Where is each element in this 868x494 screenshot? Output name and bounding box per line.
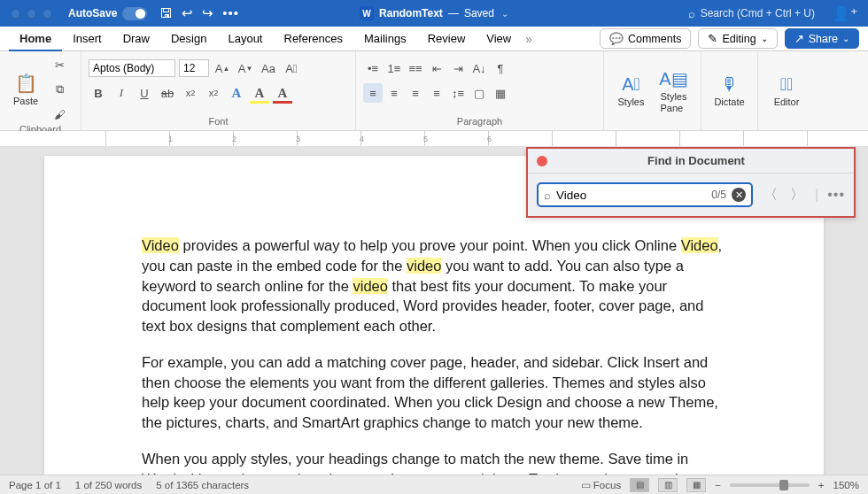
search-icon: ⌕	[544, 189, 551, 202]
print-layout-icon[interactable]: ▤	[630, 478, 649, 492]
find-prev-icon[interactable]: 〈	[762, 186, 779, 205]
window-controls[interactable]	[0, 9, 52, 19]
shading-icon[interactable]: ▢	[469, 83, 489, 103]
status-bar: Page 1 of 1 1 of 250 words 5 of 1365 cha…	[0, 475, 868, 494]
document-area[interactable]: Video provides a powerful way to help yo…	[0, 147, 868, 475]
shrink-font-icon[interactable]: A▼	[236, 58, 255, 78]
comments-button[interactable]: 💬Comments	[600, 28, 691, 49]
zoom-in-icon[interactable]: +	[818, 480, 825, 490]
styles-icon: A⃞	[622, 74, 640, 95]
zoom-slider[interactable]	[730, 483, 810, 487]
tab-insert[interactable]: Insert	[62, 27, 112, 51]
paste-button[interactable]: 📋Paste	[7, 73, 44, 106]
close-window-icon[interactable]	[11, 9, 20, 19]
zoom-out-icon[interactable]: −	[715, 480, 721, 490]
justify-icon[interactable]: ≡	[427, 83, 446, 103]
document-title[interactable]: W RandomText — Saved ⌄	[360, 6, 508, 20]
find-close-icon[interactable]	[537, 156, 547, 166]
editing-mode-button[interactable]: ✎Editing⌄	[698, 28, 777, 49]
tab-review[interactable]: Review	[417, 27, 477, 51]
tab-home[interactable]: Home	[9, 27, 62, 51]
find-next-icon[interactable]: 〉	[788, 186, 806, 205]
paragraph-3[interactable]: When you apply styles, your headings cha…	[142, 449, 726, 475]
outline-icon[interactable]: ▦	[686, 478, 706, 492]
maximize-window-icon[interactable]	[43, 9, 52, 19]
coauthor-icon[interactable]: 👤⁺	[833, 5, 857, 22]
tab-view[interactable]: View	[476, 27, 522, 51]
multilevel-icon[interactable]: ≡≡	[406, 58, 425, 78]
align-left-icon[interactable]: ≡	[363, 83, 383, 103]
tab-layout[interactable]: Layout	[217, 27, 273, 51]
tab-draw[interactable]: Draw	[112, 27, 160, 51]
superscript-icon[interactable]: x2	[204, 83, 223, 103]
mic-icon: 🎙	[721, 74, 739, 95]
clipboard-icon: 📋	[15, 73, 37, 94]
group-label-styles	[611, 127, 694, 128]
styles-pane-button[interactable]: A▤Styles Pane	[655, 68, 693, 112]
cut-icon[interactable]: ✂	[50, 55, 69, 74]
font-name-select[interactable]	[89, 59, 175, 77]
decrease-indent-icon[interactable]: ⇤	[427, 58, 446, 78]
increase-indent-icon[interactable]: ⇥	[448, 58, 468, 78]
format-painter-icon[interactable]: 🖌	[50, 104, 69, 124]
find-input[interactable]	[556, 189, 706, 202]
save-icon[interactable]: 🖫	[159, 5, 173, 21]
copy-icon[interactable]: ⧉	[50, 80, 69, 99]
minimize-window-icon[interactable]	[27, 9, 36, 19]
tab-overflow-icon[interactable]: »	[522, 32, 536, 46]
search-placeholder: Search (Cmd + Ctrl + U)	[701, 7, 815, 19]
align-center-icon[interactable]: ≡	[384, 83, 404, 103]
status-words[interactable]: 1 of 250 words	[75, 480, 142, 490]
ribbon-tabs: Home Insert Draw Design Layout Reference…	[0, 27, 868, 51]
undo-icon[interactable]: ↩	[182, 5, 193, 21]
share-button[interactable]: ↗Share⌄	[785, 28, 859, 49]
tab-references[interactable]: References	[274, 27, 353, 51]
change-case-icon[interactable]: Aa	[259, 58, 278, 78]
zoom-percent[interactable]: 150%	[833, 480, 859, 490]
redo-icon[interactable]: ↪	[202, 5, 213, 21]
sort-icon[interactable]: A↓	[469, 58, 489, 78]
numbering-icon[interactable]: 1≡	[384, 58, 404, 78]
find-input-wrap[interactable]: ⌕ 0/5 ✕	[537, 182, 753, 207]
highlight-match: Video	[681, 237, 718, 253]
bullets-icon[interactable]: •≡	[363, 58, 383, 78]
paragraph-1[interactable]: Video provides a powerful way to help yo…	[142, 235, 726, 336]
web-layout-icon[interactable]: ▥	[658, 478, 678, 492]
clear-format-icon[interactable]: A⃠	[282, 58, 301, 78]
highlight-match: video	[407, 258, 441, 274]
dictate-button[interactable]: 🎙Dictate	[711, 74, 748, 107]
search-box[interactable]: ⌕ Search (Cmd + Ctrl + U)	[679, 7, 824, 20]
status-page[interactable]: Page 1 of 1	[9, 480, 61, 490]
autosave-toggle[interactable]	[122, 7, 147, 20]
text-effects-icon[interactable]: A	[227, 83, 246, 103]
focus-mode[interactable]: ▭ Focus	[581, 479, 622, 491]
chevron-down-icon[interactable]: ⌄	[501, 9, 508, 19]
status-chars[interactable]: 5 of 1365 characters	[156, 480, 249, 490]
doc-name: RandomText	[379, 7, 443, 19]
grow-font-icon[interactable]: A▲	[213, 58, 232, 78]
line-spacing-icon[interactable]: ↕≡	[448, 83, 468, 103]
paragraph-2[interactable]: For example, you can add a matching cove…	[142, 352, 726, 433]
ruler[interactable]: 1 2 3 4 5 6	[0, 131, 868, 147]
group-label-paragraph: Paragraph	[363, 116, 596, 128]
borders-icon[interactable]: ▦	[491, 83, 510, 103]
strikethrough-icon[interactable]: ab	[158, 83, 177, 103]
align-right-icon[interactable]: ≡	[406, 83, 425, 103]
italic-icon[interactable]: I	[112, 83, 131, 103]
font-size-select[interactable]	[179, 59, 209, 77]
underline-icon[interactable]: U	[135, 83, 154, 103]
qat-overflow-icon[interactable]: •••	[222, 5, 239, 21]
show-marks-icon[interactable]: ¶	[491, 58, 510, 78]
font-color-icon[interactable]: A	[273, 83, 292, 103]
tab-design[interactable]: Design	[160, 27, 217, 51]
editor-icon: ✎⃞	[780, 74, 794, 95]
find-more-icon[interactable]: •••	[827, 187, 845, 203]
tab-mailings[interactable]: Mailings	[353, 27, 417, 51]
clear-icon[interactable]: ✕	[732, 188, 746, 202]
editor-button[interactable]: ✎⃞Editor	[768, 74, 805, 107]
styles-button[interactable]: A⃞Styles	[613, 74, 650, 107]
bold-icon[interactable]: B	[89, 83, 108, 103]
subscript-icon[interactable]: x2	[181, 83, 200, 103]
highlight-icon[interactable]: A	[250, 83, 269, 103]
word-app-icon: W	[360, 6, 374, 20]
